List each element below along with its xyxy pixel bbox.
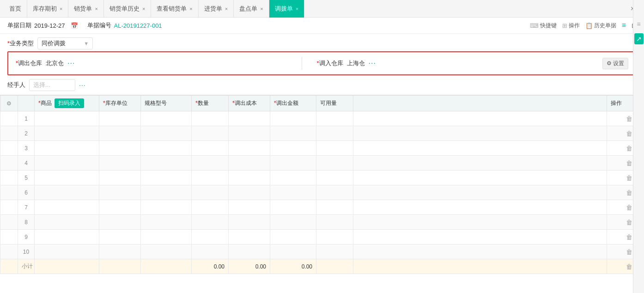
- history-btn[interactable]: 📋 历史单据: [585, 22, 616, 30]
- row-qty-cell[interactable]: [192, 171, 229, 185]
- row-qty-cell[interactable]: [192, 244, 229, 259]
- row-qty-cell[interactable]: [192, 230, 229, 244]
- row-unit-cell[interactable]: [99, 185, 141, 200]
- tab-view-sales[interactable]: 查看销货单 ×: [151, 0, 198, 18]
- gear-header-icon[interactable]: ⚙: [6, 100, 12, 107]
- row-cost-cell[interactable]: [229, 200, 270, 215]
- row-cost-cell[interactable]: [229, 141, 270, 156]
- in-warehouse-dots-btn[interactable]: ···: [369, 59, 376, 67]
- row-amount-cell[interactable]: [270, 111, 316, 126]
- row-qty-cell[interactable]: [192, 200, 229, 215]
- row-goods-cell[interactable]: [35, 200, 99, 215]
- out-warehouse-dots-btn[interactable]: ···: [67, 59, 75, 67]
- row-qty-cell[interactable]: [192, 156, 229, 171]
- row-unit-cell[interactable]: [99, 244, 141, 259]
- row-unit-cell[interactable]: [99, 230, 141, 244]
- tab-home[interactable]: 首页: [4, 0, 27, 18]
- tab-inventory[interactable]: 盘点单 ×: [234, 0, 269, 18]
- row-delete-btn[interactable]: 🗑: [626, 159, 632, 167]
- row-qty-cell[interactable]: [192, 215, 229, 230]
- row-delete-btn[interactable]: 🗑: [626, 130, 632, 137]
- calendar-icon[interactable]: 📅: [71, 22, 78, 29]
- row-goods-cell[interactable]: [35, 156, 99, 171]
- tab-close-purchase[interactable]: ×: [225, 6, 228, 12]
- tab-purchase[interactable]: 进货单 ×: [199, 0, 234, 18]
- row-qty-cell[interactable]: [192, 126, 229, 141]
- row-spec-cell[interactable]: [141, 171, 192, 185]
- tab-close-transfer[interactable]: ×: [296, 6, 298, 12]
- tab-sales-order[interactable]: 销货单 ×: [68, 0, 103, 18]
- row-unit-cell[interactable]: [99, 200, 141, 215]
- row-goods-cell[interactable]: [35, 215, 99, 230]
- row-amount-cell[interactable]: [270, 141, 316, 156]
- row-cost-cell[interactable]: [229, 215, 270, 230]
- row-amount-cell[interactable]: [270, 156, 316, 171]
- row-spec-cell[interactable]: [141, 200, 192, 215]
- row-amount-cell[interactable]: [270, 200, 316, 215]
- row-delete-btn[interactable]: 🗑: [626, 145, 632, 152]
- warehouse-settings-btn[interactable]: ⚙ 设置: [602, 58, 628, 69]
- row-goods-cell[interactable]: [35, 171, 99, 185]
- row-amount-cell[interactable]: [270, 171, 316, 185]
- row-goods-cell[interactable]: [35, 111, 99, 126]
- handler-dots-btn[interactable]: ···: [79, 81, 86, 89]
- row-spec-cell[interactable]: [141, 126, 192, 141]
- tab-transfer[interactable]: 调拨单 ×: [269, 0, 304, 18]
- row-goods-cell[interactable]: [35, 244, 99, 259]
- panel-list-icon[interactable]: ≡: [635, 18, 642, 30]
- business-type-select[interactable]: 同价调拨 ▼: [37, 37, 93, 49]
- row-spec-cell[interactable]: [141, 230, 192, 244]
- row-qty-cell[interactable]: [192, 185, 229, 200]
- row-amount-cell[interactable]: [270, 244, 316, 259]
- row-amount-cell[interactable]: [270, 230, 316, 244]
- row-spec-cell[interactable]: [141, 111, 192, 126]
- tab-sales-history[interactable]: 销货单历史 ×: [104, 0, 151, 18]
- row-amount-cell[interactable]: [270, 185, 316, 200]
- row-goods-cell[interactable]: [35, 141, 99, 156]
- row-unit-cell[interactable]: [99, 141, 141, 156]
- row-delete-btn[interactable]: 🗑: [626, 233, 632, 241]
- row-delete-btn[interactable]: 🗑: [626, 174, 632, 182]
- handler-select[interactable]: 选择...: [29, 79, 75, 91]
- row-cost-cell[interactable]: [229, 185, 270, 200]
- tab-close-inventory-init[interactable]: ×: [60, 6, 62, 12]
- row-goods-cell[interactable]: [35, 185, 99, 200]
- row-delete-btn[interactable]: 🗑: [626, 189, 632, 196]
- row-spec-cell[interactable]: [141, 185, 192, 200]
- row-delete-btn[interactable]: 🗑: [626, 219, 632, 226]
- row-delete-btn[interactable]: 🗑: [626, 204, 632, 211]
- row-amount-cell[interactable]: [270, 126, 316, 141]
- row-cost-cell[interactable]: [229, 244, 270, 259]
- row-amount-cell[interactable]: [270, 215, 316, 230]
- row-cost-cell[interactable]: [229, 230, 270, 244]
- row-cost-cell[interactable]: [229, 111, 270, 126]
- row-unit-cell[interactable]: [99, 215, 141, 230]
- row-delete-btn[interactable]: 🗑: [626, 115, 632, 122]
- row-delete-btn[interactable]: 🗑: [626, 248, 632, 256]
- tab-inventory-init[interactable]: 库存期初 ×: [27, 0, 68, 18]
- row-delete-btn[interactable]: 🗑: [626, 263, 632, 270]
- tab-close-sales-order[interactable]: ×: [95, 6, 97, 12]
- row-spec-cell[interactable]: [141, 215, 192, 230]
- row-qty-cell[interactable]: [192, 141, 229, 156]
- row-unit-cell[interactable]: [99, 156, 141, 171]
- panel-export-icon[interactable]: ↗: [634, 33, 644, 44]
- list-view-btn[interactable]: ≡: [622, 21, 626, 30]
- scan-btn[interactable]: 扫码录入: [55, 98, 84, 108]
- row-spec-cell[interactable]: [141, 141, 192, 156]
- row-spec-cell[interactable]: [141, 244, 192, 259]
- row-goods-cell[interactable]: [35, 126, 99, 141]
- operation-btn[interactable]: ⊞ 操作: [562, 22, 580, 30]
- tab-close-sales-history[interactable]: ×: [142, 6, 145, 12]
- row-unit-cell[interactable]: [99, 111, 141, 126]
- row-cost-cell[interactable]: [229, 171, 270, 185]
- shortcut-btn[interactable]: ⌨ 快捷键: [530, 22, 557, 30]
- row-cost-cell[interactable]: [229, 126, 270, 141]
- tab-close-inventory[interactable]: ×: [260, 6, 263, 12]
- row-unit-cell[interactable]: [99, 126, 141, 141]
- row-goods-cell[interactable]: [35, 230, 99, 244]
- tab-close-view-sales[interactable]: ×: [189, 6, 192, 12]
- row-unit-cell[interactable]: [99, 171, 141, 185]
- row-cost-cell[interactable]: [229, 156, 270, 171]
- row-qty-cell[interactable]: [192, 111, 229, 126]
